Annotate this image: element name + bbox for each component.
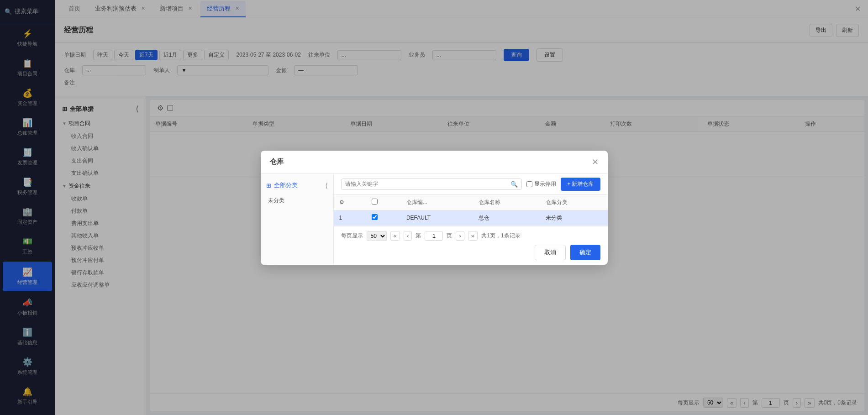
modal-last-btn[interactable]: » <box>468 231 478 241</box>
modal-col-code: 仓库编... <box>401 195 473 210</box>
modal-page-suffix: 页 <box>447 232 452 240</box>
modal-unclassified-item[interactable]: 未分类 <box>261 194 333 208</box>
grid-icon-modal: ⊞ <box>266 182 271 189</box>
row-checkbox-cell[interactable] <box>366 210 401 226</box>
modal-all-category[interactable]: ⊞ 全部分类 ⟨ <box>261 178 333 194</box>
modal-table-row[interactable]: 1 DEFAULT 总仓 未分类 <box>334 210 608 226</box>
modal-overlay: 仓库 ✕ ⊞ 全部分类 ⟨ 未分类 🔍 <box>0 0 868 415</box>
modal-col-name: 仓库名称 <box>473 195 540 210</box>
modal-col-settings: ⚙ <box>334 195 367 210</box>
modal-page-input[interactable] <box>425 231 443 241</box>
modal-total-label: 共1页，1条记录 <box>481 232 520 240</box>
modal-table-area: ⚙ 仓库编... 仓库名称 仓库分类 1 DEFAULT 总仓 未分类 <box>334 195 608 226</box>
show-disabled-checkbox[interactable] <box>526 181 532 187</box>
modal-actions: 取消 确定 <box>341 245 600 260</box>
modal-prev-btn[interactable]: ‹ <box>404 231 412 241</box>
row-checkbox[interactable] <box>372 214 378 220</box>
modal-close-button[interactable]: ✕ <box>592 157 599 167</box>
modal-right-panel: 🔍 显示停用 + 新增仓库 ⚙ <box>334 174 608 265</box>
modal-title: 仓库 <box>270 158 284 166</box>
show-disabled-label: 显示停用 <box>534 180 556 188</box>
modal-page-size-select[interactable]: 50 <box>367 231 387 241</box>
modal-first-btn[interactable]: « <box>390 231 400 241</box>
modal-header: 仓库 ✕ <box>261 151 608 174</box>
search-icon-modal[interactable]: 🔍 <box>510 181 518 188</box>
modal-pagination: 每页显示 50 « ‹ 第 页 › » 共1页，1条记录 <box>341 231 600 241</box>
modal-col-category: 仓库分类 <box>540 195 607 210</box>
modal-toolbar: 🔍 显示停用 + 新增仓库 <box>334 174 608 195</box>
show-disabled-checkbox-label[interactable]: 显示停用 <box>526 180 556 188</box>
cancel-button[interactable]: 取消 <box>535 245 566 260</box>
modal-body: ⊞ 全部分类 ⟨ 未分类 🔍 显示停用 <box>261 174 608 265</box>
modal-footer: 每页显示 50 « ‹ 第 页 › » 共1页，1条记录 <box>334 226 608 265</box>
add-warehouse-button[interactable]: + 新增仓库 <box>561 178 600 191</box>
row-name: 总仓 <box>473 210 540 226</box>
row-code: DEFAULT <box>401 210 473 226</box>
modal-col-checkbox <box>366 195 401 210</box>
per-page-label: 每页显示 <box>341 232 363 240</box>
modal-search-input[interactable] <box>345 181 509 187</box>
modal-select-all[interactable] <box>372 199 378 205</box>
modal-left-panel: ⊞ 全部分类 ⟨ 未分类 <box>261 174 334 265</box>
modal-collapse-btn[interactable]: ⟨ <box>325 181 328 190</box>
modal-all-label: 全部分类 <box>274 181 298 189</box>
confirm-button[interactable]: 确定 <box>570 245 600 260</box>
modal-search-box: 🔍 <box>341 179 522 190</box>
row-category: 未分类 <box>540 210 607 226</box>
warehouse-modal: 仓库 ✕ ⊞ 全部分类 ⟨ 未分类 🔍 <box>261 151 608 265</box>
modal-next-btn[interactable]: › <box>456 231 464 241</box>
row-index: 1 <box>334 210 367 226</box>
modal-page-label: 第 <box>416 232 421 240</box>
modal-warehouse-table: ⚙ 仓库编... 仓库名称 仓库分类 1 DEFAULT 总仓 未分类 <box>334 195 608 226</box>
